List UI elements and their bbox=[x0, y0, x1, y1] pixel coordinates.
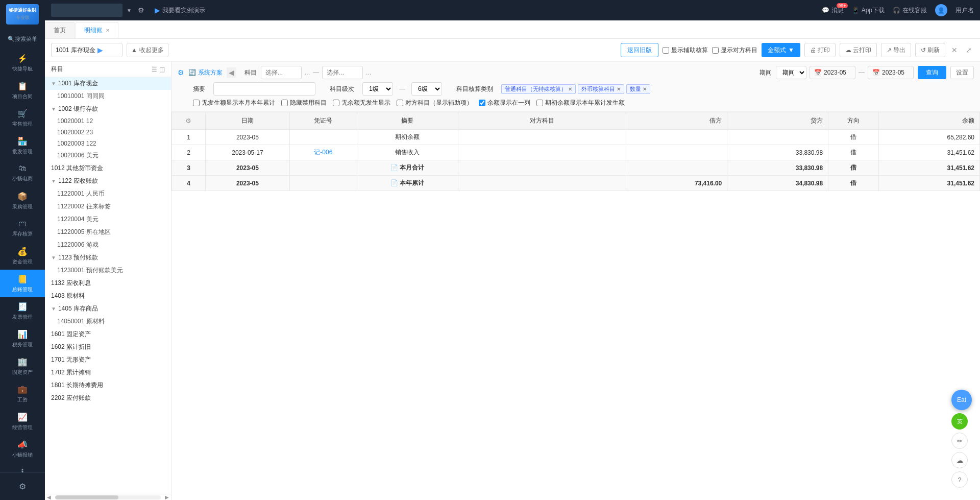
tree-item-1602[interactable]: 1602 累计折旧 bbox=[45, 341, 171, 353]
floating-edit-btn[interactable]: ✏ bbox=[951, 433, 968, 449]
summary-input[interactable] bbox=[213, 82, 315, 96]
tree-item-1012[interactable]: 1012 其他货币资金 bbox=[45, 162, 171, 175]
tree-item-11230001[interactable]: 11230001 预付账款美元 bbox=[45, 264, 171, 277]
sidebar-item-purchase[interactable]: 📦 采购管理 bbox=[0, 187, 45, 215]
cloud-print-btn[interactable]: ☁ 云打印 bbox=[840, 43, 877, 57]
topbar-service-btn[interactable]: 🎧 在线客服 bbox=[893, 6, 927, 15]
tree-item-1122[interactable]: ▼ 1122 应收账款 bbox=[45, 175, 171, 187]
subject-to-input[interactable] bbox=[322, 66, 363, 79]
sidebar-item-finance[interactable]: 💰 资金管理 bbox=[0, 242, 45, 270]
sidebar-item-retail[interactable]: 🛒 零售管理 bbox=[0, 104, 45, 132]
filter-collapse-btn[interactable]: ◀ bbox=[227, 67, 236, 78]
tree-item-11220001[interactable]: 11220001 人民币 bbox=[45, 187, 171, 200]
filter-settings-btn[interactable]: 设置 bbox=[950, 66, 974, 79]
tree-item-1405[interactable]: ▼ 1405 库存商品 bbox=[45, 302, 171, 315]
tree-item-10020006[interactable]: 10020006 美元 bbox=[45, 149, 171, 162]
tag-close-icon[interactable]: ✕ bbox=[568, 86, 572, 92]
tree-item-10020001[interactable]: 10020001 12 bbox=[45, 115, 171, 127]
floating-help-btn[interactable]: ? bbox=[951, 471, 968, 488]
tree-item-1403[interactable]: 1403 原材料 bbox=[45, 290, 171, 302]
sidebar-item-contract[interactable]: 📋 项目合同 bbox=[0, 77, 45, 104]
date-from-input[interactable]: 📅 2023-05 bbox=[810, 66, 855, 79]
tree-item-14050001[interactable]: 14050001 原材料 bbox=[45, 315, 171, 328]
sidebar-item-quicknav[interactable]: ⚡ 快捷导航 bbox=[0, 49, 45, 77]
floating-eat-btn[interactable]: Eat bbox=[951, 390, 972, 410]
scroll-right-btn[interactable]: ▶ bbox=[165, 494, 169, 500]
topbar-dropdown-btn[interactable]: ▼ bbox=[127, 8, 132, 13]
tree-item-1801[interactable]: 1801 长期待摊费用 bbox=[45, 379, 171, 392]
show-contra-checkbox[interactable]: 显示对方科目 bbox=[712, 46, 757, 55]
show-contra-input[interactable] bbox=[712, 47, 719, 54]
sidebar-item-tax[interactable]: 📊 税务管理 bbox=[0, 325, 45, 352]
tag-close-icon[interactable]: ✕ bbox=[617, 86, 621, 92]
tree-item-1601[interactable]: 1601 固定资产 bbox=[45, 328, 171, 341]
sidebar-item-payroll[interactable]: 💼 工资 bbox=[0, 380, 45, 408]
date-to-input[interactable]: 📅 2023-05 bbox=[868, 66, 914, 79]
cb-opening-amount-input[interactable] bbox=[536, 100, 543, 106]
show-aux-checkbox[interactable]: 显示辅助核算 bbox=[663, 46, 708, 55]
filter-scheme-btn[interactable]: 🔄 系统方案 bbox=[188, 68, 223, 77]
cb-opening-amount[interactable]: 期初余额显示本年累计发生额 bbox=[536, 99, 625, 107]
voucher-link[interactable]: 记-006 bbox=[314, 149, 332, 156]
sidebar-item-ledger[interactable]: 📒 总账管理 bbox=[0, 270, 45, 297]
tree-item-10020003[interactable]: 10020003 122 bbox=[45, 138, 171, 149]
tree-item-1001[interactable]: ▼ 1001 库存现金 bbox=[45, 77, 171, 90]
account-selector[interactable]: 1001 库存现金 ▶ bbox=[51, 43, 122, 57]
tree-item-2202[interactable]: 2202 应付账款 bbox=[45, 392, 171, 404]
sidebar-item-ecom[interactable]: 🛍 小畅电商 bbox=[0, 159, 45, 187]
refresh-btn[interactable]: ↺ 刷新 bbox=[915, 43, 945, 57]
cb-no-amount[interactable]: 无发生额显示本月本年累计 bbox=[193, 99, 275, 107]
export-btn[interactable]: ↗ 导出 bbox=[881, 43, 911, 57]
topbar-search-input[interactable] bbox=[51, 4, 122, 17]
tab-ledger[interactable]: 明细账 ✕ bbox=[76, 22, 118, 38]
tree-item-1132[interactable]: 1132 应收利息 bbox=[45, 277, 171, 290]
horizontal-scrollbar[interactable] bbox=[55, 495, 161, 499]
period-type-select[interactable]: 期间 bbox=[776, 66, 806, 79]
collapse-more-btn[interactable]: ▲ 收起更多 bbox=[127, 43, 168, 57]
tree-item-10010001[interactable]: 10010001 同同同 bbox=[45, 90, 171, 103]
topbar-demo-btn[interactable]: ▶ 我要看实例演示 bbox=[155, 6, 205, 15]
query-btn[interactable]: 查询 bbox=[918, 66, 946, 79]
level-from-select[interactable]: 1级 bbox=[362, 82, 393, 96]
sidebar-item-basicinfo[interactable]: ℹ 基础信息 bbox=[0, 463, 45, 472]
level-to-select[interactable]: 6级 bbox=[411, 82, 442, 96]
tree-item-11220006[interactable]: 11220006 游戏 bbox=[45, 239, 171, 251]
cb-contra-aux[interactable]: 对方科目（显示辅助项） bbox=[397, 99, 473, 107]
print-btn[interactable]: 🖨 打印 bbox=[804, 43, 836, 57]
filter-settings-icon[interactable]: ⚙ bbox=[178, 68, 184, 77]
floating-cloud-btn[interactable]: ☁ bbox=[951, 452, 968, 468]
cb-balance-one-col-input[interactable] bbox=[479, 100, 485, 106]
panel-expand-btn[interactable]: ⤢ bbox=[964, 44, 974, 56]
list-view-icon[interactable]: ☰ bbox=[152, 66, 157, 73]
topbar-gear-icon[interactable]: ⚙ bbox=[138, 6, 144, 14]
tab-home[interactable]: 首页 bbox=[45, 22, 75, 38]
tree-item-1123[interactable]: ▼ 1123 预付账款 bbox=[45, 251, 171, 264]
row-voucher[interactable]: 记-006 bbox=[289, 145, 357, 160]
sidebar-item-assets[interactable]: 🏢 固定资产 bbox=[0, 352, 45, 380]
tree-item-11220002[interactable]: 11220002 往来标签 bbox=[45, 200, 171, 213]
collapse-tree-icon[interactable]: ◫ bbox=[159, 66, 165, 73]
sidebar-item-wholesale[interactable]: 🏪 批发管理 bbox=[0, 132, 45, 159]
cb-balance-one-col[interactable]: 余额显示在一列 bbox=[479, 99, 530, 107]
tree-item-11220004[interactable]: 11220004 美元 bbox=[45, 213, 171, 226]
cb-hide-disabled[interactable]: 隐藏禁用科目 bbox=[281, 99, 327, 107]
cb-contra-aux-input[interactable] bbox=[397, 100, 403, 106]
tree-item-1701[interactable]: 1701 无形资产 bbox=[45, 353, 171, 366]
tree-item-1702[interactable]: 1702 累计摊销 bbox=[45, 366, 171, 379]
return-old-btn[interactable]: 退回旧版 bbox=[621, 43, 658, 57]
gold-format-btn[interactable]: 金额式 ▼ bbox=[762, 43, 800, 57]
sidebar-item-invoice[interactable]: 🧾 发票管理 bbox=[0, 297, 45, 325]
sidebar-item-management[interactable]: 📈 经营管理 bbox=[0, 408, 45, 435]
cb-no-amount-input[interactable] bbox=[193, 100, 200, 106]
sidebar-search[interactable]: 🔍 搜索菜单 bbox=[0, 29, 45, 49]
tag-close-icon[interactable]: ✕ bbox=[643, 86, 647, 92]
sidebar-item-inventory[interactable]: 🗃 库存核算 bbox=[0, 215, 45, 242]
tree-item-11220005[interactable]: 11220005 所在地区 bbox=[45, 226, 171, 239]
table-settings-icon[interactable]: ⚙ bbox=[185, 117, 191, 125]
cb-hide-disabled-input[interactable] bbox=[281, 100, 288, 106]
tree-item-1002[interactable]: ▼ 1002 银行存款 bbox=[45, 103, 171, 115]
sidebar-settings-btn[interactable]: ⚙ bbox=[0, 472, 45, 500]
cb-no-balance-input[interactable] bbox=[333, 100, 339, 106]
tree-item-10020002[interactable]: 10020002 23 bbox=[45, 127, 171, 138]
floating-en-btn[interactable]: 英 bbox=[951, 413, 968, 430]
